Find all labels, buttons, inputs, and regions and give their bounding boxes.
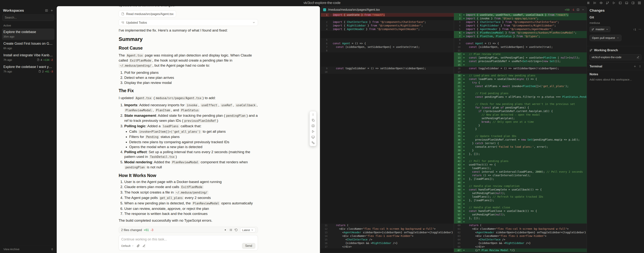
doc-icon [121,12,124,16]
panel-collapse-icon[interactable] [45,9,48,12]
dot-icon[interactable] [224,228,227,232]
diff-line: 34+ [454,131,587,134]
diff-line [321,99,454,102]
workspace-item[interactable]: Explore the codebase I want you to ex...… [2,64,54,75]
list-item: When a new pending plan is detected, the… [124,201,258,206]
git-branch-icon[interactable] [606,1,609,4]
open-pull-request-button[interactable]: Open pull request [590,35,622,41]
grip-icon[interactable] [312,113,315,116]
numbered-list: Imports: Added necessary imports for inv… [119,103,258,170]
search-input[interactable]: Search... [2,14,54,21]
copy-icon[interactable] [312,118,315,122]
changes-summary-bar[interactable]: 2 files changed +61 -3 Latest [119,227,258,233]
chevron-up-icon[interactable] [582,8,584,11]
working-branch-label: Working Branch [594,48,618,52]
chevrons-up-down-icon[interactable] [638,65,641,68]
more-icon[interactable] [638,28,641,31]
list-item: Modal rendering: Added the PlanReviewMod… [124,160,258,170]
play-icon[interactable] [612,1,616,4]
workspace-title: Explore the codebase I want you to ex... [4,65,53,69]
columns-icon[interactable] [576,8,580,11]
monitor-icon[interactable] [312,136,315,139]
send-button[interactable]: Send [242,243,255,249]
diff-line [321,216,454,220]
panel-bottom-icon[interactable] [625,1,628,4]
diff-line: 28+ if (!previousPlanIdsRef.current.has(… [454,110,587,113]
workspace-time: 7h ago [4,70,12,73]
diff-line [321,113,454,116]
edit-icon[interactable] [637,56,639,58]
diff-line [321,220,454,224]
diff-line: 53+ }, [loadPlans]); [454,198,587,202]
diff-line [321,102,454,106]
diff-line [321,34,454,38]
diff-line: 24+ const pendingPlans = allPlans.filter… [454,95,587,99]
diff-split-view[interactable]: 1-import { useState } from "react";2impo… [321,13,587,253]
diff-line [321,188,454,192]
plus-icon[interactable] [50,9,53,12]
diff-line: 20+ try { [454,81,587,84]
list-icon[interactable] [229,228,232,232]
message-input[interactable]: Continue working on this task... Default… [119,235,258,251]
columns-icon[interactable] [312,124,315,128]
diff-line [321,17,454,20]
tool-call-card[interactable]: Read medusa/src/pages/Agent.tsx [119,10,176,17]
diff-line [321,170,454,174]
divider [587,62,644,62]
divider [587,70,644,70]
panel-right-icon[interactable] [632,1,634,4]
latest-dropdown[interactable]: Latest [240,228,256,232]
skip-forward-icon[interactable] [593,1,596,4]
diff-file-path: /medusa/medusa/src/pages/Agent.tsx [328,8,380,12]
diff-line: 1+import { useState, useEffect, useRef, … [454,13,587,17]
workspace-item[interactable]: Install and integrate Vibe Kanban Web...… [2,52,54,63]
diff-line: 12+ // Plan review state [454,52,587,56]
diff-line: 63 <div className="flex flex-1 overflow-… [454,234,587,238]
workspace-item[interactable]: Create Good First Issues on Github So...… [2,40,54,52]
git-compare-icon[interactable] [312,141,315,144]
history-icon[interactable] [235,228,238,232]
diff-line: 50+ const handlePlanComplete = useCallba… [454,188,587,192]
diff-line: 44+ loadPlans(); [454,166,587,170]
chat-scroll-area[interactable]: npm run build 2>&1 | tail -80The build c… [57,6,320,226]
pause-icon[interactable] [587,1,590,4]
diff-line: 21+ const allPlans = await invoke<PlanIt… [454,84,587,88]
view-archive-button[interactable]: View Archive [4,248,20,251]
changes-bar-actions [224,228,238,232]
diff-line [321,106,454,110]
diff-line: 56+ const handlePlanClose = useCallback(… [454,209,587,213]
assistant-paragraph: I've implemented the fix. Here's a summa… [119,28,258,33]
workspace-item[interactable]: Explore the codebase35m ago [2,28,54,40]
eye-icon[interactable] [600,1,603,4]
diff-line [321,163,454,166]
play-icon[interactable] [312,130,315,133]
diff-line: 37+ } catch (error) { [454,142,587,145]
model-dropdown[interactable]: Default [121,244,134,248]
edit-icon[interactable] [142,244,146,247]
lines-removed: -3 [150,228,154,232]
diff-line [321,213,454,216]
diff-line: 16 const toggleSidebar = () => setSideba… [454,67,587,70]
section-heading: The Fix [119,88,258,94]
diff-line [321,120,454,124]
diff-line: 5import { AgentHeader } from "@/componen… [454,28,587,31]
working-branch-input[interactable]: vk/3ccf-explore-the-code [590,54,641,60]
attach-file-icon[interactable] [137,244,140,247]
diff-line [321,110,454,113]
diff-line [321,184,454,188]
notes-placeholder[interactable]: Add notes about this workspace... [590,78,641,81]
diff-line: 43+ useEffect(() => { [454,163,587,166]
plus-icon[interactable] [634,65,636,68]
diff-line: 60 return ( [454,224,587,227]
tool-call-card[interactable]: Updated Todos [119,19,258,26]
file-type-icon [323,8,326,11]
grid-icon[interactable] [638,1,641,4]
diff-line: 6+import { PlanReviewModal } from "@/com… [454,31,587,34]
diff-line [321,166,454,170]
assistant-paragraph: I updated Agent.tsx (medusa/src/pages/Ag… [119,96,258,100]
branch-selector[interactable]: master [590,26,610,32]
diff-line: 2import { ChatInterface } from "@/compon… [321,20,454,24]
panel-left-icon[interactable] [619,1,622,4]
diff-line [321,174,454,177]
diff-line: 45+ const interval = setInterval(loadPla… [454,170,587,174]
